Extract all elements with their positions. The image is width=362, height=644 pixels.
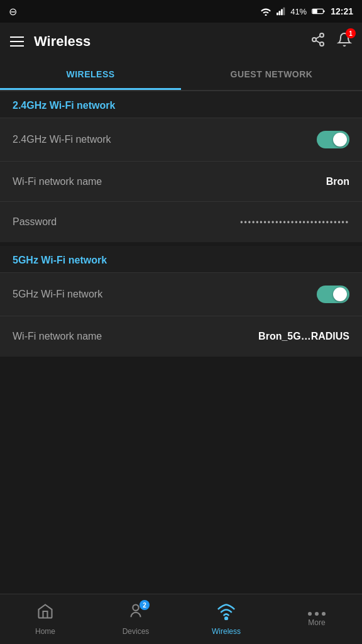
svg-rect-2 bbox=[279, 11, 281, 15]
svg-point-9 bbox=[312, 38, 316, 42]
svg-rect-6 bbox=[313, 9, 317, 13]
status-symbol-icon: ⊖ bbox=[9, 6, 17, 18]
svg-point-0 bbox=[265, 14, 267, 16]
content-area: 2.4GHz Wi-Fi network 2.4GHz Wi-Fi networ… bbox=[0, 91, 362, 417]
wireless-icon bbox=[217, 602, 236, 625]
svg-line-11 bbox=[316, 41, 321, 43]
top-bar: Wireless 1 bbox=[0, 23, 362, 60]
page-title: Wireless bbox=[34, 33, 90, 50]
svg-rect-4 bbox=[283, 8, 285, 16]
5ghz-name-row[interactable]: Wi-Fi network name Bron_5G…RADIUS bbox=[0, 316, 362, 357]
svg-rect-1 bbox=[277, 13, 278, 15]
2ghz-password-row[interactable]: Password •••••••••••••••••••••••••••• bbox=[0, 202, 362, 242]
nav-item-devices[interactable]: 2 Devices bbox=[90, 602, 181, 636]
svg-line-12 bbox=[316, 36, 321, 39]
section-header-5ghz: 5GHz Wi-Fi network bbox=[0, 246, 362, 273]
settings-group-5ghz: 5GHz Wi-Fi network Wi-Fi network name Br… bbox=[0, 273, 362, 357]
5ghz-toggle-row: 5GHz Wi-Fi network bbox=[0, 273, 362, 316]
svg-point-8 bbox=[320, 33, 324, 37]
wireless-nav-label: Wireless bbox=[212, 627, 241, 636]
2ghz-password-value: •••••••••••••••••••••••••••• bbox=[240, 218, 349, 226]
settings-group-2ghz: 2.4GHz Wi-Fi network Wi-Fi network name … bbox=[0, 118, 362, 242]
bottom-nav: Home 2 Devices Wireless bbox=[0, 594, 362, 644]
battery-icon bbox=[312, 8, 326, 15]
section-header-2ghz: 2.4GHz Wi-Fi network bbox=[0, 91, 362, 118]
nav-item-home[interactable]: Home bbox=[0, 602, 90, 636]
2ghz-toggle-label: 2.4GHz Wi-Fi network bbox=[13, 134, 111, 145]
5ghz-toggle-label: 5GHz Wi-Fi network bbox=[13, 289, 102, 300]
battery-text: 41% bbox=[290, 7, 307, 16]
svg-rect-3 bbox=[281, 9, 283, 16]
2ghz-password-label: Password bbox=[13, 216, 57, 228]
bell-badge: 1 bbox=[346, 28, 356, 38]
status-bar: ⊖ 41% 12:21 bbox=[0, 0, 362, 23]
nav-item-wireless[interactable]: Wireless bbox=[181, 602, 272, 636]
2ghz-toggle-row: 2.4GHz Wi-Fi network bbox=[0, 118, 362, 162]
share-icon[interactable] bbox=[310, 32, 326, 51]
home-nav-label: Home bbox=[35, 627, 55, 636]
devices-icon-wrapper: 2 bbox=[127, 602, 145, 625]
time-text: 12:21 bbox=[331, 6, 353, 16]
svg-point-10 bbox=[320, 42, 324, 46]
2ghz-toggle-switch[interactable] bbox=[317, 131, 349, 148]
tab-bar: WIRELESS GUEST NETWORK bbox=[0, 60, 362, 91]
tab-guest-network[interactable]: GUEST NETWORK bbox=[181, 60, 362, 90]
5ghz-name-value: Bron_5G…RADIUS bbox=[258, 331, 349, 342]
signal-bars-icon bbox=[277, 7, 285, 16]
5ghz-toggle-switch[interactable] bbox=[317, 286, 349, 303]
2ghz-name-value: Bron bbox=[326, 176, 349, 187]
2ghz-name-row[interactable]: Wi-Fi network name Bron bbox=[0, 162, 362, 202]
notification-bell-button[interactable]: 1 bbox=[337, 32, 352, 51]
wifi-status-icon bbox=[260, 7, 272, 16]
5ghz-name-label: Wi-Fi network name bbox=[13, 331, 102, 342]
devices-badge: 2 bbox=[140, 600, 150, 610]
svg-rect-7 bbox=[324, 11, 325, 13]
devices-nav-label: Devices bbox=[123, 627, 150, 636]
svg-point-14 bbox=[225, 617, 228, 619]
hamburger-menu-button[interactable] bbox=[10, 36, 24, 47]
2ghz-name-label: Wi-Fi network name bbox=[13, 176, 102, 187]
nav-item-more[interactable]: More bbox=[272, 612, 362, 627]
more-nav-label: More bbox=[308, 618, 325, 627]
more-icon bbox=[308, 612, 326, 616]
svg-point-13 bbox=[133, 605, 138, 611]
tab-wireless[interactable]: WIRELESS bbox=[0, 60, 181, 90]
home-icon bbox=[36, 602, 54, 625]
